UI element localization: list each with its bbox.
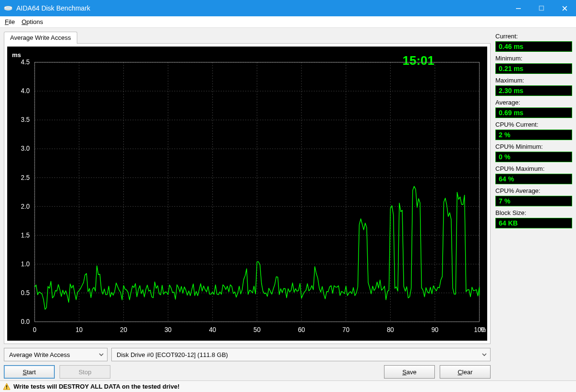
svg-text:80: 80 [387, 326, 394, 334]
chart: ms 15:01 0.00.51.01.52.02.53.03.54.04.50… [7, 47, 487, 341]
statusbar-text: Write tests will DESTROY ALL DATA on the… [13, 383, 180, 390]
titlebar: AIDA64 Disk Benchmark [0, 0, 576, 16]
stat-current-value: 0.46 ms [495, 41, 572, 52]
svg-text:2.5: 2.5 [21, 174, 30, 181]
svg-text:60: 60 [298, 326, 305, 334]
svg-text:40: 40 [209, 326, 216, 334]
statusbar: Write tests will DESTROY ALL DATA on the… [0, 380, 576, 392]
test-type-value: Average Write Access [9, 351, 70, 358]
svg-text:30: 30 [165, 326, 172, 334]
svg-text:50: 50 [253, 326, 261, 334]
svg-text:3.5: 3.5 [21, 116, 30, 124]
chevron-down-icon [481, 352, 487, 357]
stop-button: Stop [60, 365, 110, 379]
stat-average-label: Average: [495, 99, 572, 106]
stat-cpu-average-value: 7 % [495, 196, 572, 206]
chart-panel: ms 15:01 0.00.51.01.52.02.53.03.54.04.50… [4, 43, 491, 344]
svg-text:0.0: 0.0 [21, 318, 30, 326]
stat-cpu-minimum-label: CPU% Minimum: [495, 143, 572, 150]
main-area: Average Write Access ms 15:01 0.00.51.01… [0, 28, 576, 380]
svg-rect-3 [516, 8, 521, 9]
stat-average-value: 0.69 ms [495, 107, 572, 118]
svg-text:1.5: 1.5 [21, 231, 30, 239]
stat-cpu-maximum-value: 64 % [495, 174, 572, 184]
stat-block-size-value: 64 KB [495, 218, 572, 228]
svg-rect-50 [6, 388, 7, 389]
stat-cpu-maximum-label: CPU% Maximum: [495, 165, 572, 172]
svg-text:2.0: 2.0 [21, 202, 30, 210]
stat-cpu-current-value: 2 % [495, 130, 572, 140]
tab-average-write-access[interactable]: Average Write Access [4, 32, 77, 44]
stat-minimum-label: Minimum: [495, 55, 572, 62]
svg-text:10: 10 [75, 326, 83, 334]
save-button[interactable]: Save [384, 365, 435, 379]
svg-text:%: % [480, 326, 486, 334]
stat-block-size-label: Block Size: [495, 209, 572, 216]
window-title: AIDA64 Disk Benchmark [16, 4, 90, 12]
menubar: File Options [0, 16, 576, 28]
maximize-button[interactable] [530, 0, 553, 16]
svg-text:3.0: 3.0 [21, 145, 30, 153]
svg-text:70: 70 [342, 326, 349, 334]
svg-text:90: 90 [432, 326, 439, 334]
stat-current-label: Current: [495, 33, 572, 40]
svg-text:4.5: 4.5 [21, 59, 30, 66]
menu-file[interactable]: File [5, 18, 15, 25]
svg-point-2 [6, 7, 11, 9]
stat-cpu-average-label: CPU% Average: [495, 187, 572, 194]
warning-icon [3, 383, 11, 391]
stat-cpu-minimum-value: 0 % [495, 152, 572, 162]
stat-maximum-label: Maximum: [495, 77, 572, 84]
svg-text:1.0: 1.0 [21, 260, 30, 268]
stats-panel: Current:0.46 ms Minimum:0.21 ms Maximum:… [495, 31, 572, 379]
drive-value: Disk Drive #0 [ECOT920-12] (111.8 GB) [117, 351, 228, 358]
minimize-button[interactable] [507, 0, 530, 16]
drive-select[interactable]: Disk Drive #0 [ECOT920-12] (111.8 GB) [111, 348, 491, 361]
app-icon [4, 5, 12, 12]
tabstrip: Average Write Access [4, 31, 491, 43]
svg-text:20: 20 [120, 326, 127, 334]
stat-cpu-current-label: CPU% Current: [495, 121, 572, 128]
start-button[interactable]: Start [4, 365, 55, 379]
chevron-down-icon [98, 352, 104, 357]
svg-text:4.0: 4.0 [21, 87, 30, 95]
test-type-select[interactable]: Average Write Access [4, 348, 108, 361]
svg-text:0: 0 [33, 326, 36, 334]
svg-rect-49 [6, 385, 7, 388]
menu-options[interactable]: Options [22, 18, 43, 25]
svg-rect-4 [540, 6, 544, 11]
stat-maximum-value: 2.30 ms [495, 85, 572, 96]
close-button[interactable] [553, 0, 576, 16]
stat-minimum-value: 0.21 ms [495, 63, 572, 74]
svg-text:0.5: 0.5 [21, 289, 30, 297]
clear-button[interactable]: Clear [440, 365, 491, 379]
